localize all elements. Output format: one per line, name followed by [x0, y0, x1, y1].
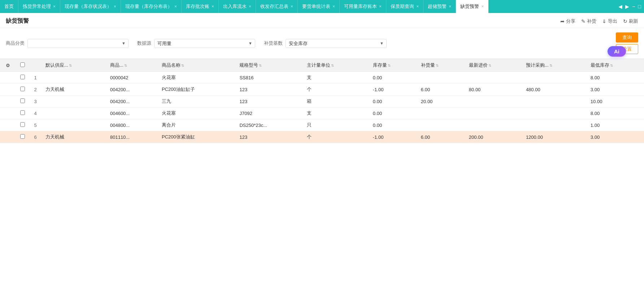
datasource-filter-group: 数据源 可用量 ▼ [137, 39, 255, 48]
th-spec[interactable]: 规格型号⇅ [236, 59, 303, 72]
row-gear-cell [0, 84, 16, 96]
tab-home[interactable]: 首页 [0, 0, 18, 13]
page-title: 缺货预警 [6, 17, 29, 25]
row-checkbox-cell[interactable] [16, 96, 29, 107]
row-checkbox-cell[interactable] [16, 131, 29, 143]
th-checkbox[interactable] [16, 59, 29, 72]
tab-summary[interactable]: 收发存汇总表 × [256, 0, 298, 13]
row-min-stock: 8.00 [587, 72, 644, 84]
tab-close-stock-status[interactable]: × [114, 4, 116, 9]
row-latest-price: 80.00 [465, 84, 522, 96]
row-unit: 支 [303, 107, 369, 119]
row-checkbox[interactable] [20, 122, 25, 127]
tab-stock-status[interactable]: 现存量（库存状况表） × [60, 0, 121, 13]
sort-unit-icon: ⇅ [331, 63, 334, 67]
sort-spec-icon: ⇅ [259, 63, 262, 67]
th-product-name[interactable]: 商品名称⇅ [158, 59, 236, 72]
gear-icon[interactable]: ⚙ [6, 63, 10, 68]
tab-available-stock[interactable]: 可用量库存账本 × [340, 0, 386, 13]
row-latest-price [465, 96, 522, 107]
table-row: 2 力天机械 004200... PC200油缸缸子 123 个 -1.00 6… [0, 84, 644, 96]
refresh-button[interactable]: ↻ 刷新 [623, 18, 638, 25]
tab-batch[interactable]: 库存批次账 × [182, 0, 219, 13]
row-stock: 0.00 [369, 96, 417, 107]
th-stock[interactable]: 库存量⇅ [369, 59, 417, 72]
share-button[interactable]: ➦ 分享 [560, 18, 575, 25]
row-unit: 支 [303, 72, 369, 84]
tab-expiry[interactable]: 保质期查询 × [386, 0, 423, 13]
tab-minimize-icon[interactable]: − [631, 3, 636, 10]
row-checkbox-cell[interactable] [16, 72, 29, 84]
th-replenish[interactable]: 补货量⇅ [417, 59, 465, 72]
row-replenish [417, 72, 465, 84]
row-default-supplier: 力天机械 [42, 131, 106, 143]
row-checkbox-cell[interactable] [16, 107, 29, 119]
row-checkbox[interactable] [20, 110, 25, 115]
tab-close-stock-dist[interactable]: × [174, 4, 177, 9]
row-checkbox[interactable] [20, 134, 25, 139]
th-unit[interactable]: 主计量单位⇅ [303, 59, 369, 72]
table-header-row: ⚙ 默认供应...⇅ 商品...⇅ 商品名称⇅ [0, 59, 644, 72]
row-unit: 只 [303, 119, 369, 131]
datasource-select[interactable]: 可用量 [154, 39, 255, 48]
tab-close-inout-flow[interactable]: × [249, 4, 251, 9]
page-content: 缺货预警 ➦ 分享 ✎ 补货 ⇓ 导出 ↻ 刷新 商品分类 [0, 13, 644, 287]
th-gear[interactable]: ⚙ [0, 59, 16, 72]
table-body: 1 0000042 火花塞 SS816 支 0.00 8.00 2 力天机械 0… [0, 72, 644, 143]
tab-close-picking[interactable]: × [53, 4, 56, 9]
tab-close-available-stock[interactable]: × [379, 4, 382, 9]
row-replenish [417, 119, 465, 131]
sort-latest-price-icon: ⇅ [488, 63, 491, 67]
row-checkbox[interactable] [20, 98, 25, 103]
tab-shortage[interactable]: 缺货预警 × [456, 0, 488, 13]
tab-picking[interactable]: 拣货异常处理 × [18, 0, 60, 13]
row-product-name: 三九 [158, 96, 236, 107]
replenish-button[interactable]: ✎ 补货 [581, 18, 596, 25]
tab-close-overstock[interactable]: × [449, 4, 451, 9]
row-product-code: 004800... [106, 119, 158, 131]
tab-order-stats[interactable]: 要货单统计表 × [298, 0, 340, 13]
tab-close-summary[interactable]: × [291, 4, 293, 9]
th-default-supplier[interactable]: 默认供应...⇅ [42, 59, 106, 72]
tab-close-batch[interactable]: × [212, 4, 214, 9]
tab-bar: 首页 拣货异常处理 × 现存量（库存状况表） × 现存量（库存分布表） × 库存… [0, 0, 644, 13]
row-num: 1 [29, 72, 42, 84]
tab-inout-flow[interactable]: 出入库流水 × [219, 0, 256, 13]
select-all-checkbox[interactable] [20, 62, 25, 67]
main-table: ⚙ 默认供应...⇅ 商品...⇅ 商品名称⇅ [0, 59, 644, 143]
replenish-base-filter-group: 补货基数 安全库存 ▼ [264, 39, 387, 48]
refresh-icon: ↻ [623, 18, 627, 24]
tab-scroll-right-icon[interactable]: ▶ [624, 3, 631, 10]
tab-close-expiry[interactable]: × [416, 4, 419, 9]
row-latest-price [465, 72, 522, 84]
row-checkbox-cell[interactable] [16, 84, 29, 96]
th-min-stock[interactable]: 最低库存⇅ [587, 59, 644, 72]
tab-close-order-stats[interactable]: × [332, 4, 335, 9]
tab-stock-dist[interactable]: 现存量（库存分布表） × [121, 0, 182, 13]
replenish-base-label: 补货基数 [264, 40, 283, 47]
row-latest-price: 200.00 [465, 131, 522, 143]
sort-supplier-icon: ⇅ [69, 63, 72, 67]
row-num: 3 [29, 96, 42, 107]
th-estimated-purchase[interactable]: 预计采购...⇅ [522, 59, 587, 72]
tab-close-shortage[interactable]: × [481, 4, 484, 9]
th-product-code[interactable]: 商品...⇅ [106, 59, 158, 72]
export-button[interactable]: ⇓ 导出 [602, 18, 617, 25]
sort-replenish-icon: ⇅ [436, 63, 439, 67]
row-checkbox[interactable] [20, 75, 25, 79]
row-gear-cell [0, 96, 16, 107]
row-spec: 123 [236, 131, 303, 143]
replenish-base-select[interactable]: 安全库存 [286, 39, 387, 48]
row-checkbox[interactable] [20, 87, 25, 91]
ai-button[interactable]: Ai [608, 46, 626, 57]
table-row: 5 004800... 离合片 DS250*23c... 只 0.00 1.00 [0, 119, 644, 131]
tab-scroll-left-icon[interactable]: ◀ [617, 3, 624, 10]
row-checkbox-cell[interactable] [16, 119, 29, 131]
th-latest-price[interactable]: 最新进价⇅ [465, 59, 522, 72]
category-select[interactable] [27, 39, 129, 48]
tab-overstock[interactable]: 超储预警 × [423, 0, 456, 13]
query-button[interactable]: 查询 [616, 32, 638, 43]
row-default-supplier [42, 119, 106, 131]
row-stock: 0.00 [369, 107, 417, 119]
tab-maximize-icon[interactable]: □ [637, 3, 643, 10]
